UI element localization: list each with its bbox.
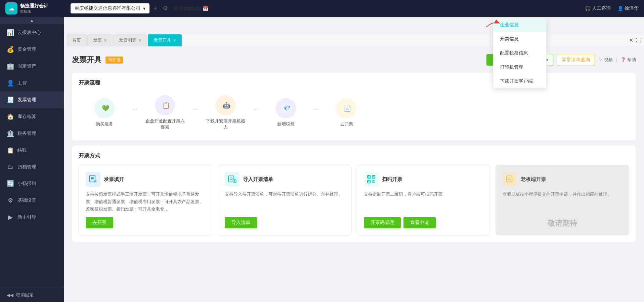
tab-bar: 首页 发票 ✕ 发票测算 ✕ 发票开具 ✕ ✕ ⛶ xyxy=(64,34,644,47)
methods-section: 开票方式 xyxy=(72,146,636,242)
cancel-fixed-label: 取消固定 xyxy=(16,292,34,298)
method-card-import: 导入开票清单 支持导入待开票清单，可对待开票清单进行拆分、合并处理。 导入清单 xyxy=(218,165,351,235)
go-invoice-btn[interactable]: 去开票 xyxy=(86,217,113,228)
exception-btn[interactable]: 异常清单查询 xyxy=(557,54,595,66)
company-selector[interactable]: 重庆畅捷交通信息咨询有限公司 ▾ xyxy=(71,3,149,13)
tab-invoice-calc-close[interactable]: ✕ xyxy=(138,38,141,43)
logo-area: ☁ 畅捷通好会计 旗舰版 xyxy=(5,2,69,14)
import-list-btn[interactable]: 导入清单 xyxy=(225,217,257,228)
scan-code-btn[interactable]: 开票码管理 xyxy=(364,217,401,228)
download-label: 下载并安装开票机器人 xyxy=(205,118,246,130)
sidebar-item-label: 工资 xyxy=(17,80,27,86)
tab-invoice[interactable]: 发票 ✕ xyxy=(87,34,113,46)
view-apply-btn[interactable]: 查看申请 xyxy=(403,217,436,228)
dropdown-invoice-info[interactable]: 开票信息 xyxy=(493,32,546,46)
page-content: 发票开具 待开通 立即开通 开票设置 ▾ 异常清单查询 ▷ 视频 | ❓ 帮助 xyxy=(64,47,644,302)
pin-icon: ◀◀ xyxy=(7,293,13,298)
sidebar-item-archive[interactable]: 🗂 归档管理 xyxy=(0,159,64,175)
dropdown-printer[interactable]: 打印机管理 xyxy=(493,60,546,74)
svg-rect-26 xyxy=(373,176,374,178)
tab-expand-btn[interactable]: ⛶ xyxy=(636,37,641,43)
capital-icon: 💰 xyxy=(7,46,14,53)
sidebar-item-cloud-report[interactable]: 📊 云报表中心 xyxy=(0,24,64,41)
go-invoice-svg: 📄 xyxy=(341,103,352,114)
flow-step-buy: 💚 购买服务 xyxy=(84,98,125,127)
dropdown-download-client[interactable]: 下载开票客户端 xyxy=(493,74,546,88)
play-icon: ▷ xyxy=(598,57,603,62)
video-btn[interactable]: ▷ 视频 xyxy=(598,57,613,63)
tab-invoice-calc[interactable]: 发票测算 ✕ xyxy=(113,34,147,46)
scan-method-icon xyxy=(364,172,379,187)
scan-btns: 开票码管理 查看申请 xyxy=(364,217,483,228)
tab-invoice-open[interactable]: 发票开具 ✕ xyxy=(148,34,182,46)
flow-steps: 💚 购买服务 ··· 📋 企业开通配置开票六要素 xyxy=(79,92,629,134)
method-import-header: 导入开票清单 xyxy=(225,172,344,187)
invoice-icon: 🧾 xyxy=(7,96,14,104)
sidebar-item-report[interactable]: 🔄 小畅报销 xyxy=(0,175,64,192)
sidebar-item-assets[interactable]: 🏢 固定资产 xyxy=(0,58,64,75)
calendar-icon[interactable]: 📅 xyxy=(203,6,208,11)
main-area: 首页 发票 ✕ 发票测算 ✕ 发票开具 ✕ ✕ ⛶ 发票开具 待开通 立即开通 … xyxy=(64,34,644,302)
sidebar-item-settings[interactable]: ⚙ 基础设置 xyxy=(0,192,64,209)
sidebar-item-label: 税务管理 xyxy=(17,130,36,137)
tax-label: 新增税盘 xyxy=(277,121,295,127)
sidebar-item-tax[interactable]: 🏦 税务管理 xyxy=(0,125,64,142)
sidebar-item-label: 小畅报销 xyxy=(17,181,36,187)
flow-step-go: 📄 去开票 xyxy=(326,98,367,127)
add-company-btn[interactable]: + xyxy=(154,5,157,12)
scan-title: 扫码开票 xyxy=(382,176,402,183)
dropdown-tax-config[interactable]: 配置税盘信息 xyxy=(493,46,546,60)
report-icon: 🔄 xyxy=(7,180,14,187)
svg-rect-25 xyxy=(368,176,370,178)
import-title: 导入开票清单 xyxy=(243,176,273,183)
status-badge: 待开通 xyxy=(105,56,123,64)
buy-label: 购买服务 xyxy=(96,121,113,127)
archive-icon: 🗂 xyxy=(7,163,14,171)
method-card-scan: 扫码开票 支持定制开票二维码，客户端可扫码开票 开票码管理 查看申请 xyxy=(357,165,490,235)
help-btn[interactable]: ❓ 帮助 xyxy=(620,57,636,63)
sidebar-item-label: 固定资产 xyxy=(17,63,36,69)
go-invoice-label: 去开票 xyxy=(340,121,353,127)
tab-invoice-open-label: 发票开具 xyxy=(154,37,171,43)
manual-method-icon xyxy=(86,172,100,187)
sidebar-item-label: 资金管理 xyxy=(17,46,36,52)
sidebar-item-inventory[interactable]: 🏠 库存核算 xyxy=(0,108,64,125)
connector2: ··· xyxy=(185,105,205,121)
connector1: ··· xyxy=(125,105,145,121)
sidebar-item-label: 归档管理 xyxy=(17,164,36,170)
tab-home-label: 首页 xyxy=(72,37,81,43)
tab-close-btn[interactable]: ✕ xyxy=(629,37,633,43)
settings-btn[interactable]: ⚙ xyxy=(163,5,168,12)
consult-btn[interactable]: 🎧 人工咨询 xyxy=(585,5,611,11)
config-icon: 📋 xyxy=(155,95,175,115)
sidebar-item-invoice[interactable]: 🧾 发票管理 xyxy=(0,91,64,108)
tab-invoice-close[interactable]: ✕ xyxy=(104,38,107,43)
manual-desc: 支持按照发票样式手工填开发票；可开具增值税电子普通发票、增值税普通发票、增值税专… xyxy=(86,191,205,213)
sidebar-scroll: 📊 云报表中心 💰 资金管理 🏢 固定资产 👤 工资 🧾 发票管理 🏠 库存核算… xyxy=(0,24,64,288)
sidebar-item-payroll[interactable]: 👤 工资 xyxy=(0,75,64,91)
tab-invoice-open-close[interactable]: ✕ xyxy=(173,38,176,43)
sidebar-item-label: 基础设置 xyxy=(17,197,36,203)
go-invoice-icon: 📄 xyxy=(336,98,356,118)
svg-text:📋: 📋 xyxy=(162,102,170,109)
user-profile[interactable]: 👤 徐泽华 xyxy=(617,5,639,11)
sidebar-scroll-up[interactable]: ▲ xyxy=(0,17,64,24)
tab-home[interactable]: 首页 xyxy=(67,34,87,46)
sidebar-item-label: 发票管理 xyxy=(17,97,36,103)
config-label: 企业开通配置开票六要素 xyxy=(145,118,185,130)
boss-method-icon xyxy=(503,172,517,187)
top-bar: ☁ 畅捷通好会计 旗舰版 重庆畅捷交通信息咨询有限公司 ▾ + ⚙ 账期 202… xyxy=(0,0,644,17)
sidebar-item-capital[interactable]: 💰 资金管理 xyxy=(0,41,64,58)
connector3: ··· xyxy=(246,105,266,121)
company-dropdown-icon[interactable]: ▾ xyxy=(143,6,145,11)
top-actions: + ⚙ 账期 2023-01 📅 xyxy=(154,5,208,12)
import-desc: 支持导入待开票清单，可对待开票清单进行拆分、合并处理。 xyxy=(225,191,344,198)
method-card-manual: 发票填开 支持按照发票样式手工填开发票；可开具增值税电子普通发票、增值税普通发票… xyxy=(79,165,212,235)
method-manual-header: 发票填开 xyxy=(86,172,205,187)
method-scan-header: 扫码开票 xyxy=(364,172,483,187)
sidebar-item-settlement[interactable]: 📋 结账 xyxy=(0,142,64,159)
sidebar-bottom-cancel[interactable]: ◀◀ 取消固定 xyxy=(0,288,64,302)
sidebar-item-guide[interactable]: ▶ 新手引导 xyxy=(0,209,64,226)
svg-text:📄: 📄 xyxy=(344,105,351,112)
payroll-icon: 👤 xyxy=(7,79,14,87)
